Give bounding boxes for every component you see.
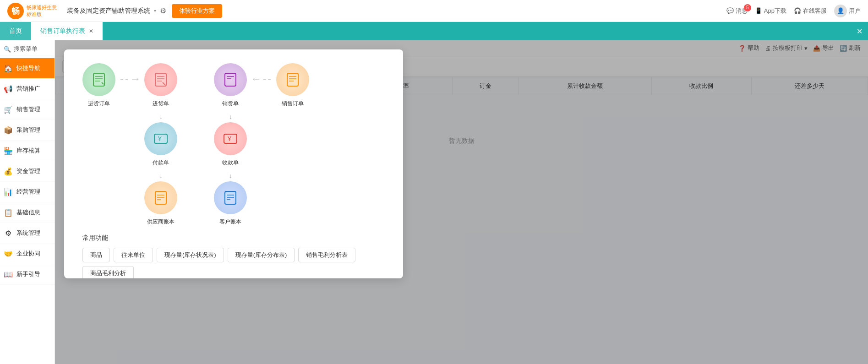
arrow-down-2: ↓	[159, 172, 163, 179]
quick-panel: 进货订单 - - → 进货单	[64, 49, 403, 278]
supplier-ledger-label: 供应商账本	[147, 218, 175, 226]
newbie-icon: 📖	[4, 270, 13, 279]
sales-icon: 🛒	[4, 105, 13, 114]
quick-guide-overlay[interactable]: 进货订单 - - → 进货单	[55, 40, 868, 364]
flow-node-customer-ledger: 客户账本	[214, 181, 247, 226]
down-arrow-1: ↓	[159, 113, 163, 120]
common-functions-title: 常用功能	[82, 234, 385, 242]
func-btn-stock-distribution[interactable]: 现存量(库存分布表)	[228, 248, 295, 262]
sidebar-search[interactable]: 🔍 搜索菜单	[0, 40, 55, 58]
common-functions: 常用功能 商品 往来单位 现存量(库存状况表) 现存量(库存分布表) 销售毛利分…	[82, 234, 385, 278]
app-icon: 📱	[755, 7, 762, 14]
flow-col-4: 销售订单	[276, 63, 309, 111]
customer-ledger-label: 客户账本	[219, 218, 241, 226]
flow-col-3: 销货单 ↓ ¥ 收款单	[214, 63, 247, 229]
flow-diagram: 进货订单 - - → 进货单	[82, 63, 385, 229]
header-right: 💬 消息 5 📱 App下载 🎧 在线客服 👤 用户	[726, 5, 861, 17]
sidebar-item-marketing[interactable]: 📢 营销推广	[0, 79, 55, 99]
payment-slip-circle: ¥	[144, 122, 177, 155]
sidebar-item-finance[interactable]: 💰 资金管理	[0, 161, 55, 182]
purchase-order-label: 进货订单	[88, 100, 110, 108]
main-layout: 🔍 搜索菜单 🏠 快捷导航 📢 营销推广 🛒 销售管理 📦 采购管理 🏪 库存核…	[0, 40, 868, 364]
arrow-down-3: ↓	[229, 113, 232, 120]
arrow-2: - - →	[247, 72, 276, 85]
sales-order-label: 销售订单	[282, 100, 304, 108]
sales-order-circle	[276, 63, 309, 96]
flow-node-purchase-order: 进货订单	[82, 63, 115, 108]
window-close-button[interactable]: ✕	[857, 27, 863, 36]
app-download-button[interactable]: 📱 App下载	[755, 7, 786, 15]
sidebar: 🔍 搜索菜单 🏠 快捷导航 📢 营销推广 🛒 销售管理 📦 采购管理 🏪 库存核…	[0, 40, 55, 364]
func-btn-product[interactable]: 商品	[82, 248, 110, 262]
supplier-ledger-circle	[144, 181, 177, 214]
system-icon: ⚙	[4, 228, 13, 238]
nav-tabs: 首页 销售订单执行表 ✕ ✕	[0, 22, 868, 40]
sales-slip-label: 销货单	[222, 100, 239, 108]
service-icon: 🎧	[794, 7, 801, 14]
sidebar-item-sales[interactable]: 🛒 销售管理	[0, 99, 55, 120]
message-button[interactable]: 💬 消息 5	[726, 7, 748, 15]
sidebar-item-inventory[interactable]: 🏪 库存核算	[0, 141, 55, 161]
customer-ledger-circle	[214, 181, 247, 214]
func-btn-product-profit-analysis[interactable]: 商品毛利分析	[82, 266, 134, 278]
svg-rect-23	[287, 73, 298, 86]
arrow-down-4: ↓	[229, 172, 232, 179]
flow-col-2: 进货单 ↓ ¥ 付款单	[144, 63, 177, 229]
flow-node-receipt-slip: ¥ 收款单	[214, 122, 247, 167]
online-service-button[interactable]: 🎧 在线客服	[794, 7, 827, 15]
message-badge: 5	[744, 4, 751, 11]
dashed-arrow-1: - - →	[120, 72, 140, 85]
svg-rect-19	[225, 191, 236, 204]
inventory-icon: 🏪	[4, 146, 13, 155]
finance-icon: 💰	[4, 167, 13, 176]
system-info: 装备及固定资产辅助管理系统 ▾ ⚙ 体验行业方案	[62, 4, 726, 18]
purchase-slip-circle	[144, 63, 177, 96]
system-dropdown[interactable]: ▾	[154, 8, 156, 13]
sidebar-item-purchase[interactable]: 📦 采购管理	[0, 120, 55, 141]
function-buttons: 商品 往来单位 现存量(库存状况表) 现存量(库存分布表) 销售毛利分析表 商品…	[82, 248, 385, 278]
system-title: 装备及固定资产辅助管理系统	[67, 7, 150, 15]
down-arrow-4: ↓	[229, 172, 232, 179]
receipt-slip-label: 收款单	[222, 159, 239, 167]
purchase-icon: 📦	[4, 125, 13, 135]
svg-rect-14	[225, 73, 236, 86]
func-btn-sales-profit-analysis[interactable]: 销售毛利分析表	[298, 248, 355, 262]
sidebar-item-operations[interactable]: 📊 经营管理	[0, 182, 55, 202]
flow-node-purchase-slip: 进货单	[144, 63, 177, 108]
flow-col-1: 进货订单	[82, 63, 115, 111]
receipt-slip-circle: ¥	[214, 122, 247, 155]
basic-info-icon: 📋	[4, 208, 13, 217]
func-btn-stock-status[interactable]: 现存量(库存状况表)	[157, 248, 224, 262]
sidebar-item-quick-nav[interactable]: 🏠 快捷导航	[0, 58, 55, 79]
flow-node-supplier-ledger: 供应商账本	[144, 181, 177, 226]
marketing-icon: 📢	[4, 84, 13, 93]
sales-slip-circle	[214, 63, 247, 96]
trial-button[interactable]: 体验行业方案	[172, 4, 222, 18]
down-arrow-2: ↓	[159, 172, 163, 179]
purchase-order-circle	[82, 63, 115, 96]
flow-node-sales-slip: 销货单	[214, 63, 247, 108]
sidebar-item-system[interactable]: ⚙ 系统管理	[0, 223, 55, 244]
user-profile[interactable]: 👤 用户	[834, 5, 861, 17]
sidebar-item-basic-info[interactable]: 📋 基础信息	[0, 202, 55, 223]
header: 畅 畅康通好生意 标准版 装备及固定资产辅助管理系统 ▾ ⚙ 体验行业方案 💬 …	[0, 0, 868, 22]
avatar: 👤	[834, 5, 847, 17]
arrow-1: - - →	[115, 72, 144, 85]
settings-icon[interactable]: ⚙	[160, 6, 166, 15]
logo: 畅 畅康通好生意 标准版	[7, 3, 62, 19]
payment-slip-label: 付款单	[153, 159, 169, 167]
logo-text: 畅康通好生意 标准版	[27, 4, 57, 17]
tab-sales-order-execution[interactable]: 销售订单执行表 ✕	[31, 22, 103, 40]
flow-node-payment-slip: ¥ 付款单	[144, 122, 177, 167]
svg-text:¥: ¥	[158, 135, 162, 142]
sidebar-item-enterprise[interactable]: 🤝 企业协同	[0, 244, 55, 264]
func-btn-counterpart[interactable]: 往来单位	[114, 248, 153, 262]
tab-home[interactable]: 首页	[0, 22, 31, 40]
home-icon: 🏠	[4, 64, 13, 73]
content-area: ❓ 帮助 🖨 按模板打印 ▾ 📤 导出 🔄 刷新 —	[55, 40, 868, 364]
purchase-slip-label: 进货单	[153, 100, 169, 108]
enterprise-icon: 🤝	[4, 249, 13, 258]
tab-close-icon[interactable]: ✕	[89, 28, 93, 34]
sidebar-item-newbie[interactable]: 📖 新手引导	[0, 264, 55, 285]
message-icon: 💬	[726, 7, 734, 14]
